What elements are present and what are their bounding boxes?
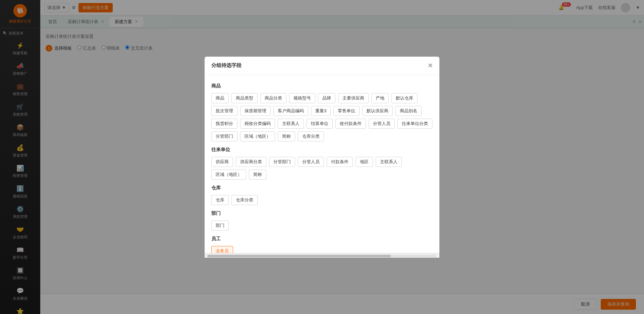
modal-overlay: 分组待选字段 ✕ 商品商品商品类型商品分类规格型号品牌主要供应商产地默认仓库批次… (0, 0, 644, 314)
tag-0-21[interactable]: 往来单位分类 (397, 119, 432, 129)
tag-0-3[interactable]: 规格型号 (289, 93, 315, 103)
tag-0-17[interactable]: 主联系人 (278, 119, 304, 129)
section-tags-4: 业务员 (211, 246, 433, 253)
tag-1-2[interactable]: 分管部门 (269, 157, 295, 167)
modal: 分组待选字段 ✕ 商品商品商品类型商品分类规格型号品牌主要供应商产地默认仓库批次… (205, 57, 439, 258)
tag-1-4[interactable]: 付款条件 (327, 157, 353, 167)
section-title-0: 商品 (211, 83, 433, 89)
modal-title: 分组待选字段 (211, 62, 241, 69)
tag-0-8[interactable]: 批次管理 (211, 106, 237, 116)
tag-0-11[interactable]: 重量3 (311, 106, 331, 116)
tag-0-2[interactable]: 商品分类 (260, 93, 286, 103)
tag-1-5[interactable]: 地区 (356, 157, 373, 167)
section-title-1: 往来单位 (211, 147, 433, 153)
tag-0-10[interactable]: 客户商品编码 (273, 106, 308, 116)
tag-0-19[interactable]: 收付款条件 (335, 119, 366, 129)
tag-2-1[interactable]: 仓库分类 (231, 195, 258, 205)
tag-1-6[interactable]: 主联系人 (376, 157, 402, 167)
tag-1-7[interactable]: 区域（地区） (211, 170, 246, 180)
modal-footer-scrollbar[interactable] (205, 253, 439, 257)
tag-2-0[interactable]: 仓库 (211, 195, 229, 205)
tag-0-7[interactable]: 默认仓库 (391, 93, 418, 103)
section-tags-0: 商品商品类型商品分类规格型号品牌主要供应商产地默认仓库批次管理保质期管理客户商品… (211, 93, 433, 141)
tag-0-4[interactable]: 品牌 (318, 93, 335, 103)
section-title-2: 仓库 (211, 185, 433, 191)
section-tags-3: 部门 (211, 221, 433, 231)
tag-1-1[interactable]: 供应商分类 (236, 157, 266, 167)
tag-0-20[interactable]: 分管人员 (369, 119, 395, 129)
tag-0-5[interactable]: 主要供应商 (338, 93, 369, 103)
tag-1-8[interactable]: 简称 (249, 170, 266, 180)
section-title-3: 部门 (211, 210, 433, 216)
modal-close-button[interactable]: ✕ (428, 62, 433, 69)
tag-0-16[interactable]: 税收分类编码 (240, 119, 275, 129)
section-title-4: 员工 (211, 236, 433, 242)
tag-0-13[interactable]: 默认供应商 (362, 106, 393, 116)
section-tags-2: 仓库仓库分类 (211, 195, 433, 205)
tag-0-14[interactable]: 商品别名 (395, 106, 422, 116)
tag-0-23[interactable]: 区域（地区） (240, 131, 275, 141)
tag-0-15[interactable]: 拣货积分 (211, 119, 237, 129)
tag-0-22[interactable]: 分管部门 (211, 131, 237, 141)
tag-0-9[interactable]: 保质期管理 (240, 106, 271, 116)
tag-1-0[interactable]: 供应商 (211, 157, 233, 167)
section-tags-1: 供应商供应商分类分管部门分管人员付款条件地区主联系人区域（地区）简称 (211, 157, 433, 180)
tag-0-6[interactable]: 产地 (371, 93, 389, 103)
tag-0-1[interactable]: 商品类型 (231, 93, 258, 103)
tag-0-12[interactable]: 零售单位 (333, 106, 360, 116)
modal-body[interactable]: 商品商品商品类型商品分类规格型号品牌主要供应商产地默认仓库批次管理保质期管理客户… (205, 75, 439, 253)
tag-1-3[interactable]: 分管人员 (298, 157, 324, 167)
tag-0-0[interactable]: 商品 (211, 93, 229, 103)
tag-3-0[interactable]: 部门 (211, 221, 229, 231)
modal-header: 分组待选字段 ✕ (205, 57, 439, 75)
tag-0-25[interactable]: 仓库分类 (298, 131, 324, 141)
tag-0-24[interactable]: 简称 (278, 131, 295, 141)
tag-4-0[interactable]: 业务员 (211, 246, 233, 253)
tag-0-18[interactable]: 结算单位 (307, 119, 333, 129)
